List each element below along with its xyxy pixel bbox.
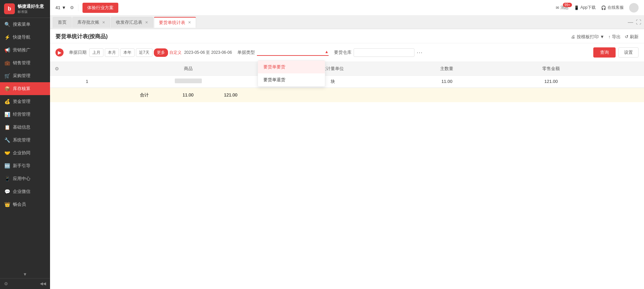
refresh-icon: ↺ bbox=[625, 34, 628, 39]
total-amount: 121.00 bbox=[224, 92, 238, 97]
sidebar-item-purchase[interactable]: 🛒 采购管理 bbox=[0, 69, 50, 82]
sidebar-item-marketing[interactable]: 📢 营销推广 bbox=[0, 44, 50, 57]
nav-label-search: 搜索菜单 bbox=[13, 21, 30, 27]
messages-btn[interactable]: ✉ 消息 99+ bbox=[556, 5, 569, 10]
th-index bbox=[64, 62, 110, 75]
nav-icon-quick-nav: ⚡ bbox=[4, 34, 10, 40]
table-row: 1 块 11.00 121.00 bbox=[50, 75, 644, 87]
type-filter-wrapper: ▲ bbox=[257, 49, 329, 56]
tab-inventory-batch-close[interactable]: ✕ bbox=[102, 20, 105, 25]
product-name-placeholder bbox=[175, 79, 202, 83]
total-quantity: 11.00 bbox=[183, 92, 194, 97]
tab-requisition-stats-label: 要货单统计表 bbox=[159, 20, 185, 26]
td-checkbox bbox=[50, 75, 64, 87]
tab-home[interactable]: 首页 bbox=[53, 17, 72, 28]
tab-receive-summary-close[interactable]: ✕ bbox=[145, 20, 148, 25]
nav-icon-search: 🔍 bbox=[4, 21, 10, 27]
sidebar-scroll-down[interactable]: ▼ bbox=[0, 270, 50, 278]
date-btn-this-year[interactable]: 本年 bbox=[120, 48, 135, 57]
logo-text: 畅捷通好生意 标准版 bbox=[18, 3, 44, 14]
dropdown-item-requisition-return[interactable]: 要货单退货 bbox=[258, 73, 325, 86]
dropdown-item-requisition-order[interactable]: 要货单要货 bbox=[258, 61, 325, 73]
settings-icon[interactable]: ⚙ bbox=[70, 5, 74, 10]
app-download-btn[interactable]: 📱 App下载 bbox=[574, 5, 596, 10]
filter-right-section: 查询 设置 bbox=[593, 47, 639, 58]
date-btn-7days[interactable]: 近7天 bbox=[136, 48, 152, 57]
sidebar-logo: b 畅捷通好生意 标准版 bbox=[0, 0, 50, 18]
company-name: 畅捷通好生意 bbox=[18, 3, 44, 9]
message-icon: ✉ bbox=[556, 5, 559, 10]
nav-label-guide: 新手引导 bbox=[13, 163, 30, 169]
th-settings[interactable]: ⚙ bbox=[50, 62, 64, 75]
user-avatar[interactable] bbox=[629, 3, 639, 13]
sidebar-item-enterprise[interactable]: 🤝 企业协同 bbox=[0, 147, 50, 159]
nav-icon-finance: 💰 bbox=[4, 98, 10, 105]
topbar-right: ✉ 消息 99+ 📱 App下载 🎧 在线客服 bbox=[556, 3, 639, 13]
set-btn[interactable]: 设置 bbox=[618, 47, 639, 58]
sidebar-item-search[interactable]: 🔍 搜索菜单 bbox=[0, 18, 50, 31]
td-quantity: 11.00 bbox=[400, 75, 494, 87]
store-selector[interactable]: 41 ▼ bbox=[55, 5, 66, 10]
sidebar-item-sales[interactable]: 💼 销售管理 bbox=[0, 57, 50, 69]
type-filter-group: 单据类型 ▲ 要货单要货 要货单退货 bbox=[237, 49, 329, 56]
warehouse-more-btn[interactable]: ⋯ bbox=[416, 49, 423, 56]
sidebar-item-system[interactable]: 🔧 系统管理 bbox=[0, 134, 50, 147]
warehouse-filter-input[interactable] bbox=[354, 48, 414, 57]
industry-btn[interactable]: 体验行业方案 bbox=[82, 3, 118, 13]
table-settings-icon[interactable]: ⚙ bbox=[55, 66, 59, 71]
nav-icon-basic-info: 📋 bbox=[4, 124, 10, 130]
sidebar-item-quick-nav[interactable]: ⚡ 快捷导航 bbox=[0, 31, 50, 44]
nav-icon-guide: 🆕 bbox=[4, 163, 10, 169]
sidebar: b 畅捷通好生意 标准版 🔍 搜索菜单 ⚡ 快捷导航 📢 营销推广 💼 销售管理… bbox=[0, 0, 50, 289]
store-number: 41 bbox=[55, 5, 60, 10]
sidebar-collapse-icon[interactable]: ◀◀ bbox=[40, 281, 46, 286]
sidebar-item-operation[interactable]: 📊 经营管理 bbox=[0, 108, 50, 121]
print-btn[interactable]: 🖨 按模板打印 ▼ bbox=[571, 34, 604, 40]
sidebar-item-wechat[interactable]: 💬 企业微信 bbox=[0, 185, 50, 198]
refresh-label: 刷新 bbox=[630, 34, 639, 40]
nav-label-wechat: 企业微信 bbox=[13, 188, 30, 195]
date-filter-label: 单据日期 bbox=[69, 49, 87, 55]
nav-label-sales: 销售管理 bbox=[13, 60, 30, 66]
sidebar-item-finance[interactable]: 💰 资金管理 bbox=[0, 95, 50, 108]
date-btn-this-month[interactable]: 本月 bbox=[105, 48, 119, 57]
export-icon: ↑ bbox=[609, 34, 611, 39]
tab-requisition-stats-close[interactable]: ✕ bbox=[188, 20, 191, 25]
sidebar-item-member[interactable]: 👑 畅会员 bbox=[0, 198, 50, 211]
date-btn-more[interactable]: 更多 bbox=[154, 48, 168, 57]
filter-expand-btn[interactable]: ▶ bbox=[55, 48, 64, 57]
date-btn-custom[interactable]: 自定义 bbox=[169, 50, 182, 55]
nav-icon-system: 🔧 bbox=[4, 137, 10, 143]
tab-minimize-icon[interactable]: — bbox=[628, 19, 633, 25]
type-filter-label: 单据类型 bbox=[237, 49, 255, 55]
export-btn[interactable]: ↑ 导出 bbox=[609, 34, 621, 40]
type-dropdown-menu: 要货单要货 要货单退货 bbox=[258, 60, 325, 87]
tab-expand-icon[interactable]: ⛶ bbox=[636, 19, 641, 25]
nav-label-quick-nav: 快捷导航 bbox=[13, 34, 30, 40]
td-extra bbox=[608, 75, 644, 87]
date-range-display: 2023-05-06 至 2023-06-06 bbox=[184, 50, 232, 55]
headset-icon: 🎧 bbox=[601, 5, 606, 10]
sidebar-item-inventory[interactable]: 📦 库存核算 bbox=[0, 82, 50, 95]
tab-receive-summary[interactable]: 收发存汇总表 ✕ bbox=[111, 17, 153, 28]
refresh-btn[interactable]: ↺ 刷新 bbox=[625, 34, 639, 40]
nav-label-inventory: 库存核算 bbox=[13, 86, 30, 92]
query-btn[interactable]: 查询 bbox=[593, 47, 616, 58]
online-service-btn[interactable]: 🎧 在线客服 bbox=[601, 5, 624, 10]
filter-bar: ▶ 单据日期 上月 本月 本年 近7天 更多 自定义 2023-05-06 至 … bbox=[50, 43, 644, 62]
messages-badge: 99+ bbox=[563, 3, 572, 7]
sidebar-item-app-center[interactable]: 📱 应用中心 bbox=[0, 172, 50, 185]
type-filter-input[interactable] bbox=[257, 49, 325, 54]
sidebar-item-guide[interactable]: 🆕 新手引导 bbox=[0, 159, 50, 172]
sidebar-settings-icon[interactable]: ⚙ bbox=[4, 281, 8, 286]
app-download-label: App下载 bbox=[580, 5, 596, 10]
tab-inventory-batch[interactable]: 库存批次账 ✕ bbox=[72, 17, 110, 28]
nav-label-marketing: 营销推广 bbox=[13, 47, 30, 53]
sidebar-item-basic-info[interactable]: 📋 基础信息 bbox=[0, 121, 50, 134]
td-product bbox=[110, 75, 266, 87]
tab-requisition-stats[interactable]: 要货单统计表 ✕ bbox=[154, 17, 196, 28]
date-filter-group: 单据日期 上月 本月 本年 近7天 更多 自定义 2023-05-06 至 20… bbox=[69, 48, 232, 57]
nav-label-finance: 资金管理 bbox=[13, 98, 30, 105]
date-btn-last-month[interactable]: 上月 bbox=[89, 48, 103, 57]
type-filter-chevron[interactable]: ▲ bbox=[325, 49, 329, 54]
